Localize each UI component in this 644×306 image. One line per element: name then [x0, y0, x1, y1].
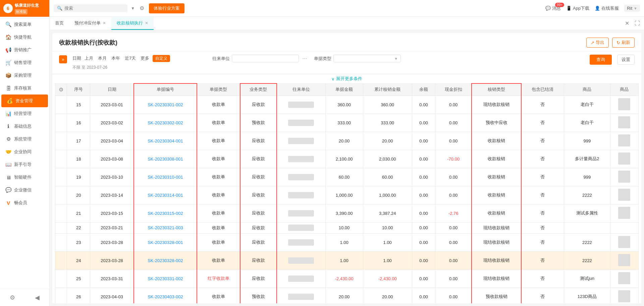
export-button[interactable]: ↗ 导出 [586, 38, 609, 48]
sidebar-item-inventory[interactable]: 🗄 库存核算 [0, 82, 49, 95]
sn-link[interactable]: SK-20230403-002 [148, 294, 183, 299]
cell-cum-cancel: 1.00 [363, 251, 412, 269]
filter-date-this-year[interactable]: 本年 [110, 55, 121, 62]
solution-button[interactable]: 体验行业方案 [149, 3, 184, 13]
sn-link[interactable]: SK-20230321-003 [148, 225, 183, 230]
tab-close-all-button[interactable]: ✕ [624, 19, 631, 28]
message-icon: 💬 [545, 6, 551, 11]
filter-toggle-button[interactable]: » [59, 55, 67, 63]
message-button[interactable]: 💬 消息 99+ [545, 5, 561, 11]
member-icon: V [5, 200, 11, 206]
column-setting-icon[interactable]: ⚙ [59, 87, 63, 93]
sn-link[interactable]: SK-20230308-001 [148, 157, 183, 162]
filter-custom-button[interactable]: 自定义 [153, 55, 170, 62]
cell-partner: ████ [277, 150, 325, 168]
cell-goods-img [610, 222, 638, 233]
system-icon: ⚙ [5, 136, 11, 142]
sn-link[interactable]: SK-20230301-002 [148, 102, 183, 107]
th-cum-cancel: 累计核销金额 [363, 83, 412, 96]
sidebar-item-wechat[interactable]: 💬 企业微信 [0, 184, 49, 196]
cell-seq: 21 [67, 204, 90, 222]
app-download-button[interactable]: 📱 App下载 [566, 5, 589, 11]
cell-cancel-type: 收款核销 [472, 168, 521, 186]
user-label: Rit [627, 6, 632, 11]
sidebar-item-quick-nav[interactable]: 🏠 快捷导航 [0, 31, 49, 44]
sn-link[interactable]: SK-20230310-001 [148, 175, 183, 180]
sn-link[interactable]: SK-20230315-002 [148, 211, 183, 216]
sn-link[interactable]: SK-20230328-002 [148, 258, 183, 263]
search-input[interactable] [64, 6, 124, 11]
cell-cancel-type: 现结收款核销 [472, 233, 521, 251]
sn-link[interactable]: SK-20230304-001 [148, 138, 183, 143]
online-service-button[interactable]: 👤 在线客服 [595, 5, 619, 11]
tab-prepay-list[interactable]: 预付冲应付单 ✕ [69, 17, 111, 30]
cell-sn: SK-20230331-002 [134, 269, 197, 288]
user-menu-button[interactable]: Rit ▼ [624, 5, 640, 12]
inventory-icon: 🗄 [5, 85, 11, 91]
filter-date-last-month[interactable]: 上月 [83, 55, 95, 62]
filter-date-more[interactable]: 更多 [139, 55, 151, 62]
sidebar-item-guide[interactable]: 📖 新手引导 [0, 158, 49, 171]
dropdown-arrow-icon[interactable]: ▼ [131, 6, 135, 11]
sidebar-item-basic[interactable]: ℹ 基础信息 [0, 120, 49, 133]
operation-icon: 📊 [5, 111, 11, 117]
sn-link[interactable]: SK-20230328-001 [148, 240, 183, 245]
tab-home[interactable]: 首页 [50, 17, 69, 30]
sidebar-settings-button[interactable]: ⚙ [8, 293, 16, 303]
th-setting[interactable]: ⚙ [55, 83, 67, 96]
cell-cash-discount: -2.76 [435, 204, 472, 222]
sidebar-item-operation[interactable]: 📊 经营管理 [0, 107, 49, 120]
cell-date: 2023-03-04 [90, 132, 134, 150]
sn-link[interactable]: SK-20230331-002 [148, 276, 183, 281]
tab-expand-button[interactable]: ⛶ [633, 19, 641, 28]
filter-receipt-type-select[interactable] [336, 56, 393, 61]
filter-date-this-month[interactable]: 本月 [97, 55, 108, 62]
cell-seq: 24 [67, 251, 90, 269]
sidebar-item-hardware[interactable]: 🖥 智能硬件 [0, 171, 49, 184]
sidebar-item-member[interactable]: V 畅会员 [0, 196, 49, 209]
cell-cancel-type: 现结收款核销 [472, 222, 521, 233]
sidebar-collapse-button[interactable]: ◀ [34, 293, 41, 303]
cell-receipt-type: 收款单 [197, 168, 240, 186]
tab-receipt-cancel[interactable]: 收款核销执行 ✕ [111, 17, 154, 30]
topbar-gear-icon[interactable]: ⚙ [138, 4, 146, 13]
cell-setting [55, 233, 67, 251]
filter-settings-button[interactable]: 设置 [617, 55, 635, 65]
filter-partner-dots[interactable]: ··· [301, 55, 309, 62]
cell-setting [55, 96, 67, 114]
cell-cum-cancel: 20.00 [363, 132, 412, 150]
cell-cash-discount: 0.00 [435, 96, 472, 114]
sidebar-item-sales[interactable]: 🛒 销售管理 [0, 56, 49, 69]
sidebar-item-marketing[interactable]: 📢 营销推广 [0, 44, 49, 56]
filter-date-7days[interactable]: 近7天 [123, 55, 137, 62]
tab-receipt-cancel-close[interactable]: ✕ [145, 21, 148, 25]
cell-date: 2023-03-01 [90, 96, 134, 114]
cell-cancel-type: 现结收款核销 [472, 251, 521, 269]
sn-link[interactable]: SK-20230302-002 [148, 120, 183, 125]
table-row: 21 2023-03-15 SK-20230315-002 收款单 应收款 ██… [55, 204, 639, 222]
sales-icon: 🛒 [5, 60, 11, 66]
sidebar-item-enterprise[interactable]: 🤝 企业协同 [0, 145, 49, 158]
cell-cancel-type: 收款核销 [472, 150, 521, 168]
topbar: 🔍 ▼ ⚙ 体验行业方案 💬 消息 99+ 📱 App下载 👤 在线客服 Rit [50, 0, 644, 17]
refresh-button[interactable]: ↻ 刷新 [612, 38, 635, 48]
sidebar-item-search-menu[interactable]: 🔍 搜索菜单 [0, 18, 49, 31]
sidebar-item-system[interactable]: ⚙ 系统管理 [0, 133, 49, 145]
tab-prepay-list-close[interactable]: ✕ [103, 21, 106, 25]
topbar-right: 💬 消息 99+ 📱 App下载 👤 在线客服 Rit ▼ [545, 5, 640, 12]
query-button[interactable]: 查询 [590, 55, 612, 65]
filter-date-group: 日期 上月 本月 本年 近7天 更多 自定义 不限 至 2023-07-26 [72, 55, 207, 70]
cell-cash-discount: 0.00 [435, 288, 472, 303]
sidebar-item-finance[interactable]: 💰 资金管理 [1, 95, 48, 107]
cell-sn: SK-20230321-003 [134, 222, 197, 233]
cell-balance: 0.00 [412, 168, 435, 186]
sn-link[interactable]: SK-20230314-001 [148, 193, 183, 198]
cell-include-settled: 否 [521, 233, 564, 251]
sidebar-item-purchase[interactable]: 📦 采购管理 [0, 69, 49, 82]
cell-cum-cancel: 360.00 [363, 96, 412, 114]
filter-expand-button[interactable]: ∨ 展开更多条件 [52, 74, 641, 83]
refresh-label: 刷新 [622, 40, 630, 46]
cell-amount: 360.00 [325, 96, 363, 114]
filter-partner-input[interactable] [235, 56, 296, 61]
wechat-icon: 💬 [5, 187, 11, 193]
